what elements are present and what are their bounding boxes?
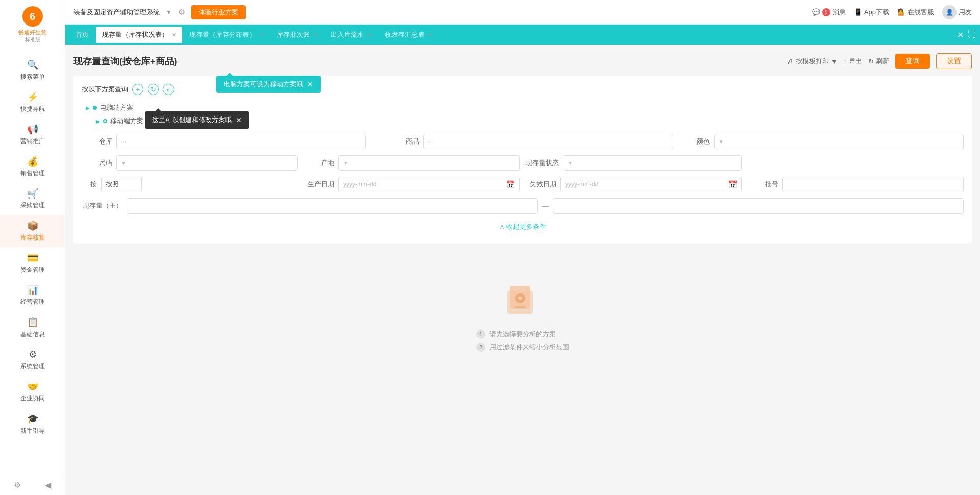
sidebar-item-quick-nav[interactable]: ⚡ 快捷导航 xyxy=(0,86,65,119)
sidebar-nav: 🔍 搜索菜单 ⚡ 快捷导航 📢 营销推广 💰 销售管理 🛒 采购管理 📦 库存核… xyxy=(0,50,65,475)
tooltip-pc-scheme: 电脑方案可设为移动方案哦 ✕ xyxy=(216,76,321,93)
collapse-sidebar-icon[interactable]: ◀ xyxy=(45,480,51,490)
scheme-pc-dot xyxy=(93,106,97,110)
color-label: 颜色 xyxy=(679,137,710,146)
by-input[interactable]: 按照 xyxy=(101,177,142,192)
operation-nav-icon: 📊 xyxy=(27,285,38,296)
enterprise-nav-label: 企业协同 xyxy=(20,394,45,403)
app-download-action[interactable]: 📱 App下载 xyxy=(854,8,889,17)
origin-dropdown-icon: ▼ xyxy=(343,160,348,166)
expire-date-label: 失效日期 xyxy=(526,180,556,189)
by-label: 按 xyxy=(82,180,97,189)
color-dropdown-icon: ▼ xyxy=(719,139,724,145)
stock-status-dropdown-icon: ▼ xyxy=(568,160,573,166)
online-service-action[interactable]: 💁 在线客服 xyxy=(897,8,934,17)
sidebar-item-system[interactable]: ⚙ 系统管理 xyxy=(0,344,65,376)
scheme-mobile-label: 移动端方案 xyxy=(110,116,143,126)
system-dropdown-icon[interactable]: ▼ xyxy=(166,9,172,16)
phone-icon: 📱 xyxy=(854,8,862,16)
online-service-label: 在线客服 xyxy=(908,8,934,17)
sidebar-item-guide[interactable]: 🎓 新手引导 xyxy=(0,408,65,440)
tab-recv-summary-close[interactable]: ✕ xyxy=(428,32,432,38)
expire-date-calendar-icon[interactable]: 📅 xyxy=(728,180,737,188)
tab-inout-flow-close[interactable]: ✕ xyxy=(367,32,372,38)
template-print-button[interactable]: 🖨 按模板打印 ▼ xyxy=(787,57,838,66)
sidebar-item-sales[interactable]: 💰 销售管理 xyxy=(0,151,65,183)
warehouse-input[interactable]: ··· xyxy=(116,134,366,149)
sidebar-item-basic[interactable]: 📋 基础信息 xyxy=(0,312,65,344)
filter-panel: 按以下方案查询 + ↻ « 电脑方案可设为移动方案哦 ✕ 这里可以创建和修改方案… xyxy=(74,76,972,244)
print-icon: 🖨 xyxy=(787,58,794,65)
sidebar-item-inventory[interactable]: 📦 库存核算 xyxy=(0,215,65,247)
filter-add-button[interactable]: + xyxy=(132,84,143,95)
close-all-tabs-button[interactable]: ✕ xyxy=(957,30,964,40)
goods-input[interactable]: ··· xyxy=(423,134,673,149)
settings-bottom-icon[interactable]: ⚙ xyxy=(14,480,21,490)
tab-recv-summary[interactable]: 收发存汇总表 ✕ xyxy=(379,27,438,43)
tab-inventory-status[interactable]: 现存量（库存状况表） ✕ xyxy=(96,27,182,43)
tab-inventory-status-close[interactable]: ✕ xyxy=(172,32,176,38)
app-download-label: App下载 xyxy=(864,8,889,17)
query-button[interactable]: 查询 xyxy=(895,54,930,69)
refresh-button[interactable]: ↻ 刷新 xyxy=(868,57,889,66)
sidebar-item-marketing[interactable]: 📢 营销推广 xyxy=(0,119,65,151)
search-menu-nav-label: 搜索菜单 xyxy=(20,73,45,81)
origin-input[interactable]: ▼ xyxy=(338,155,520,171)
experience-button[interactable]: 体验行业方案 xyxy=(191,5,246,19)
finance-nav-label: 资金管理 xyxy=(20,266,45,274)
tab-inventory-dist-close[interactable]: ✕ xyxy=(259,32,263,38)
sidebar-item-enterprise[interactable]: 🤝 企业协同 xyxy=(0,376,65,408)
color-input[interactable]: ▼ xyxy=(714,134,964,149)
collapse-more-button[interactable]: ∧ 收起更多条件 xyxy=(82,218,964,235)
maximize-button[interactable]: ⛶ xyxy=(968,30,976,40)
filter-header: 按以下方案查询 + ↻ « 电脑方案可设为移动方案哦 ✕ xyxy=(82,84,964,95)
batch-input[interactable] xyxy=(782,177,964,192)
filter-field-size: 尺码 ▼ xyxy=(82,155,298,171)
goods-dots: ··· xyxy=(428,138,433,145)
export-icon: ↑ xyxy=(844,58,847,65)
tooltip-pc-close[interactable]: ✕ xyxy=(307,80,313,88)
set-button[interactable]: 设置 xyxy=(936,53,972,69)
user-action[interactable]: 👤 用友 xyxy=(942,5,972,19)
header-settings-icon[interactable]: ⚙ xyxy=(178,7,185,17)
empty-step-2: 2 用过滤条件来缩小分析范围 xyxy=(476,343,569,352)
tab-home[interactable]: 首页 xyxy=(69,27,95,43)
produce-date-input[interactable]: yyyy-mm-dd 📅 xyxy=(338,177,520,192)
export-button[interactable]: ↑ 导出 xyxy=(844,57,863,66)
marketing-nav-label: 营销推广 xyxy=(20,137,45,146)
expire-date-input[interactable]: yyyy-mm-dd 📅 xyxy=(560,177,742,192)
tooltip-pc-text: 电脑方案可设为移动方案哦 xyxy=(224,80,303,89)
sidebar-item-finance[interactable]: 💳 资金管理 xyxy=(0,247,65,279)
filter-refresh-button[interactable]: ↻ xyxy=(148,84,159,95)
header-right: 💬 9 消息 📱 App下载 💁 在线客服 👤 用友 xyxy=(812,5,972,19)
sidebar-item-purchase[interactable]: 🛒 采购管理 xyxy=(0,183,65,215)
tab-inout-flow[interactable]: 出入库流水 ✕ xyxy=(325,27,378,43)
stock-qty-max-input[interactable] xyxy=(553,198,964,214)
tab-bar: 首页 现存量（库存状况表） ✕ 现存量（库存分布表） ✕ 库存批次账 ✕ 出入库… xyxy=(65,25,980,45)
filter-field-batch: 批号 xyxy=(748,177,964,192)
filter-back-button[interactable]: « xyxy=(163,84,174,95)
sidebar-item-search-menu[interactable]: 🔍 搜索菜单 xyxy=(0,54,65,86)
tooltip-scheme-close[interactable]: ✕ xyxy=(236,116,242,124)
basic-nav-label: 基础信息 xyxy=(20,330,45,339)
inventory-nav-icon: 📦 xyxy=(27,220,38,231)
tab-inventory-dist[interactable]: 现存量（库存分布表） ✕ xyxy=(183,27,270,43)
message-action[interactable]: 💬 9 消息 xyxy=(812,8,846,17)
sidebar-item-operation[interactable]: 📊 经营管理 xyxy=(0,279,65,312)
step-num-2: 2 xyxy=(476,343,485,352)
produce-date-calendar-icon[interactable]: 📅 xyxy=(506,180,515,188)
service-icon: 💁 xyxy=(897,8,905,16)
empty-state: 1 请先选择要分析的方案 2 用过滤条件来缩小分析范围 xyxy=(74,250,972,387)
filter-field-goods: 商品 ··· xyxy=(388,134,673,149)
tab-batch-account[interactable]: 库存批次账 ✕ xyxy=(271,27,324,43)
expire-date-placeholder: yyyy-mm-dd xyxy=(565,181,598,188)
tab-batch-account-close[interactable]: ✕ xyxy=(313,32,317,38)
filter-label: 按以下方案查询 xyxy=(82,85,128,94)
step-num-1: 1 xyxy=(476,329,485,339)
empty-steps: 1 请先选择要分析的方案 2 用过滤条件来缩小分析范围 xyxy=(476,329,569,356)
size-input[interactable]: ▼ xyxy=(116,155,298,171)
page-title: 现存量查询(按仓库+商品) xyxy=(74,55,177,67)
stock-qty-min-input[interactable] xyxy=(127,198,538,214)
filter-field-origin: 产地 ▼ xyxy=(304,155,520,171)
stock-status-input[interactable]: ▼ xyxy=(563,155,742,171)
